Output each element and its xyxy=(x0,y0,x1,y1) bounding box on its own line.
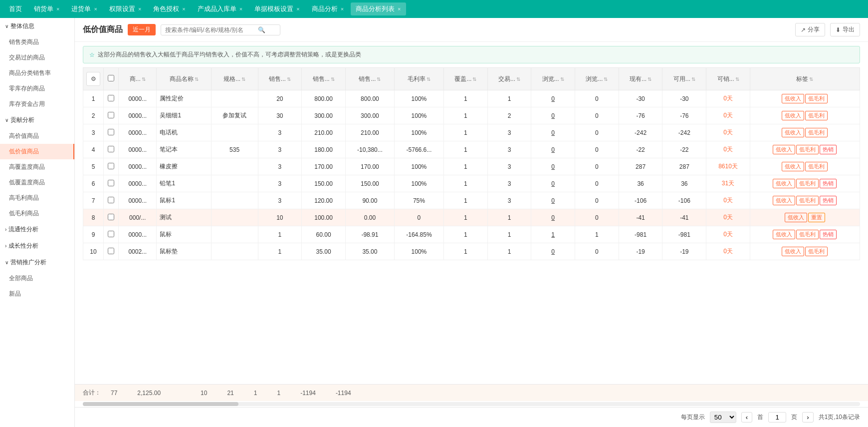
browse1-link[interactable]: 0 xyxy=(551,95,555,102)
settings-icon[interactable]: ⚙ xyxy=(86,72,100,86)
nav-template[interactable]: 单据模板设置 × xyxy=(249,2,304,15)
nav-purchase-close[interactable]: × xyxy=(94,6,97,12)
nav-analysis-close[interactable]: × xyxy=(341,6,344,12)
browse1-link[interactable]: 1 xyxy=(551,231,555,238)
col-coverage[interactable]: 覆盖...⇅ xyxy=(443,68,487,90)
sidebar-item-all-goods[interactable]: 全部商品 xyxy=(0,271,74,286)
sidebar-item-zero-stock[interactable]: 零库存的商品 xyxy=(0,81,74,96)
browse1-link[interactable]: 0 xyxy=(551,129,555,136)
scrollbar-area[interactable] xyxy=(83,402,860,406)
nav-role-close[interactable]: × xyxy=(182,6,185,12)
nav-permission-close[interactable]: × xyxy=(138,6,141,12)
row-name: 属性定价 xyxy=(157,90,211,107)
sidebar-item-low-coverage[interactable]: 低覆盖度商品 xyxy=(0,175,74,190)
row-checkbox[interactable] xyxy=(108,129,114,135)
row-checkbox[interactable] xyxy=(108,163,114,169)
row-cover: 1 xyxy=(443,175,487,192)
row-checkbox-cell[interactable] xyxy=(104,124,119,141)
row-checkbox[interactable] xyxy=(108,197,114,203)
sidebar-item-high-margin[interactable]: 高毛利商品 xyxy=(0,190,74,206)
row-checkbox-cell[interactable] xyxy=(104,226,119,243)
nav-template-close[interactable]: × xyxy=(296,6,299,12)
browse1-link[interactable]: 0 xyxy=(551,180,555,187)
col-code[interactable]: 商...⇅ xyxy=(119,68,157,90)
row-checkbox-cell[interactable] xyxy=(104,141,119,158)
row-checkbox[interactable] xyxy=(108,231,114,237)
nav-sales[interactable]: 销货单 × xyxy=(29,2,64,15)
nav-stock-in[interactable]: 产成品入库单 × xyxy=(193,2,247,15)
export-button[interactable]: ⬇ 导出 xyxy=(830,23,860,36)
col-name[interactable]: 商品名称⇅ xyxy=(157,68,211,90)
col-stock3[interactable]: 可销...⇅ xyxy=(706,68,750,90)
col-tags[interactable]: 标签⇅ xyxy=(750,68,860,90)
sidebar-group-marketing[interactable]: ∨ 营销推广分析 xyxy=(0,254,74,271)
sidebar-item-sales-goods[interactable]: 销售类商品 xyxy=(0,34,74,50)
col-sales1[interactable]: 销售...⇅ xyxy=(302,68,346,90)
nav-stock-in-close[interactable]: × xyxy=(239,6,242,12)
nav-analysis-list[interactable]: 商品分析列表 × xyxy=(351,2,406,15)
row-checkbox[interactable] xyxy=(108,180,114,186)
sidebar-group-contribution[interactable]: ∨ 贡献分析 xyxy=(0,112,74,128)
row-checkbox[interactable] xyxy=(108,95,114,101)
nav-analysis[interactable]: 商品分析 × xyxy=(307,2,349,15)
col-stock2[interactable]: 可用...⇅ xyxy=(662,68,706,90)
search-input[interactable] xyxy=(165,26,255,33)
browse1-link[interactable]: 0 xyxy=(551,197,555,204)
row-checkbox-cell[interactable] xyxy=(104,243,119,260)
browse1-link[interactable]: 0 xyxy=(551,214,555,221)
nav-sales-close[interactable]: × xyxy=(56,6,59,12)
sidebar-item-high-value[interactable]: 高价值商品 xyxy=(0,128,74,144)
row-checkbox-cell[interactable] xyxy=(104,192,119,209)
page-input[interactable] xyxy=(768,412,786,423)
nav-role[interactable]: 角色授权 × xyxy=(148,2,190,15)
col-sales2[interactable]: 销售...⇅ xyxy=(345,68,394,90)
row-trade: 3 xyxy=(487,175,531,192)
page-size-select[interactable]: 50 20 100 xyxy=(710,412,736,423)
sidebar-item-category-rate[interactable]: 商品分类销售率 xyxy=(0,65,74,81)
browse1-link[interactable]: 0 xyxy=(551,248,555,255)
col-browse2[interactable]: 浏览...⇅ xyxy=(575,68,619,90)
sidebar-item-capital[interactable]: 库存资金占用 xyxy=(0,96,74,112)
row-checkbox-cell[interactable] xyxy=(104,107,119,124)
browse1-link[interactable]: 0 xyxy=(551,163,555,170)
row-checkbox[interactable] xyxy=(108,146,114,152)
sidebar-item-high-coverage[interactable]: 高覆盖度商品 xyxy=(0,159,74,175)
col-margin[interactable]: 毛利率⇅ xyxy=(394,68,443,90)
select-all-checkbox[interactable] xyxy=(108,75,114,81)
sidebar-group-growth[interactable]: › 成长性分析 xyxy=(0,238,74,254)
scrollbar-thumb[interactable] xyxy=(83,402,238,406)
col-settings[interactable]: ⚙ xyxy=(83,68,104,90)
browse1-link[interactable]: 0 xyxy=(551,112,555,119)
row-checkbox[interactable] xyxy=(108,214,114,220)
nav-purchase[interactable]: 进货单 × xyxy=(66,2,102,15)
next-page-button[interactable]: › xyxy=(802,412,813,423)
row-checkbox[interactable] xyxy=(108,112,114,118)
sidebar-group-flow[interactable]: › 流通性分析 xyxy=(0,221,74,238)
filter-button[interactable]: 近一月 xyxy=(128,24,156,35)
sidebar-item-low-margin[interactable]: 低毛利商品 xyxy=(0,206,74,221)
row-checkbox-cell[interactable] xyxy=(104,209,119,226)
col-checkbox[interactable] xyxy=(104,68,119,90)
search-icon[interactable]: 🔍 xyxy=(258,26,265,33)
row-checkbox-cell[interactable] xyxy=(104,90,119,107)
nav-home[interactable]: 首页 xyxy=(4,2,27,15)
sidebar-group-overall[interactable]: ∨ 整体信息 xyxy=(0,18,74,34)
col-sales-qty[interactable]: 销售...⇅ xyxy=(258,68,302,90)
row-checkbox[interactable] xyxy=(108,248,114,254)
nav-permission[interactable]: 权限设置 × xyxy=(104,2,146,15)
sidebar-item-traded[interactable]: 交易过的商品 xyxy=(0,50,74,65)
row-checkbox-cell[interactable] xyxy=(104,158,119,175)
sidebar-item-new-goods[interactable]: 新品 xyxy=(0,286,74,302)
table-wrapper[interactable]: ⚙ 商...⇅ 商品名称⇅ 规格...⇅ 销售...⇅ 销售...⇅ 销售...… xyxy=(75,67,868,384)
browse1-link[interactable]: 0 xyxy=(551,146,555,153)
sidebar-item-low-value[interactable]: 低价值商品 xyxy=(0,144,74,159)
first-page-button[interactable]: ‹ xyxy=(741,412,752,423)
table-row: 10 0002... 鼠标垫 1 35.00 35.00 100% 1 1 0 … xyxy=(83,243,860,260)
col-spec[interactable]: 规格...⇅ xyxy=(211,68,258,90)
nav-analysis-list-close[interactable]: × xyxy=(398,6,401,12)
col-trade[interactable]: 交易...⇅ xyxy=(487,68,531,90)
row-checkbox-cell[interactable] xyxy=(104,175,119,192)
col-stock1[interactable]: 现有...⇅ xyxy=(619,68,662,90)
col-browse1[interactable]: 浏览...⇅ xyxy=(531,68,575,90)
share-button[interactable]: ↗ 分享 xyxy=(795,23,825,36)
